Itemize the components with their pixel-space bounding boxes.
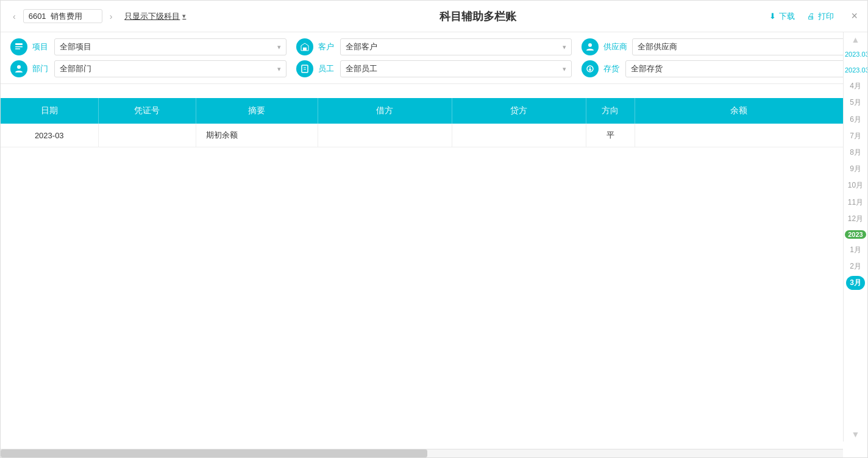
inventory-icon	[582, 60, 599, 77]
year-badge-container: 2023	[845, 229, 866, 240]
close-button[interactable]: ×	[851, 10, 858, 23]
data-table: 日期 凭证号 摘要 借方 贷方 方向 余额 2023-03 期初余额 平	[1, 98, 843, 147]
timeline-item-2[interactable]: 2月	[844, 258, 867, 275]
project-chevron: ▾	[277, 43, 281, 51]
top-bar: ‹ › 只显示下级科目 ▾ 科目辅助多栏账 ⬇ 下载 🖨 打印 ×	[1, 1, 867, 32]
inventory-select[interactable]: 全部存货 ▾	[625, 60, 858, 77]
filter-supplier: 供应商 全部供应商 ▾	[582, 38, 858, 55]
svg-rect-2	[15, 49, 20, 50]
employee-select[interactable]: 全部员工 ▾	[340, 60, 572, 77]
department-label: 部门	[32, 63, 49, 74]
department-value: 全部部门	[60, 63, 91, 74]
supplier-value: 全部供应商	[638, 41, 677, 52]
filter-department: 部门 全部部门 ▾	[10, 60, 286, 77]
project-icon	[10, 38, 27, 55]
svg-rect-1	[15, 46, 23, 48]
cell-direction: 平	[586, 124, 635, 147]
cell-summary: 期初余额	[196, 124, 318, 147]
inventory-label: 存货	[603, 63, 621, 74]
table-row: 2023-03 期初余额 平	[1, 124, 843, 147]
scroll-down-icon: ▼	[852, 429, 860, 439]
filter-project: 项目 全部项目 ▾	[10, 38, 286, 55]
nav-next-button[interactable]: ›	[107, 12, 115, 21]
main-window: ‹ › 只显示下级科目 ▾ 科目辅助多栏账 ⬇ 下载 🖨 打印 ×	[0, 0, 868, 458]
cell-credit	[452, 124, 586, 147]
timeline-scroll-down[interactable]: ▼	[844, 427, 867, 442]
employee-label: 员工	[318, 63, 335, 74]
page-title: 科目辅助多栏账	[186, 9, 769, 24]
timeline-item-7[interactable]: 7月	[844, 128, 867, 144]
timeline-panel: ▲ 2023.03 2023.03 4月 5月 6月 7月 8月 9月 10月 …	[843, 32, 867, 442]
download-button[interactable]: ⬇ 下载	[769, 11, 795, 22]
svg-rect-5	[302, 65, 308, 72]
supplier-label: 供应商	[603, 41, 627, 52]
svg-point-3	[588, 43, 592, 47]
inventory-value: 全部存货	[631, 63, 663, 74]
timeline-item-3-active[interactable]: 3月	[846, 276, 865, 290]
customer-select[interactable]: 全部客户 ▾	[340, 38, 572, 55]
table-body: 2023-03 期初余额 平	[1, 124, 843, 147]
timeline-item-11[interactable]: 11月	[844, 194, 867, 211]
col-balance: 余额	[635, 98, 843, 124]
print-label: 打印	[818, 11, 834, 22]
employee-value: 全部员工	[346, 63, 377, 74]
download-icon: ⬇	[769, 12, 776, 21]
cell-balance	[635, 124, 843, 147]
print-icon: 🖨	[807, 12, 815, 21]
col-voucher: 凭证号	[98, 98, 196, 124]
filter-bar: 项目 全部项目 ▾ 客户 全部客户 ▾	[1, 32, 867, 84]
timeline-item-2023-03-2[interactable]: 2023.03	[844, 63, 867, 79]
timeline-item-6[interactable]: 6月	[844, 111, 867, 128]
project-select[interactable]: 全部项目 ▾	[54, 38, 286, 55]
col-summary: 摘要	[196, 98, 318, 124]
department-icon	[10, 60, 27, 77]
svg-point-4	[17, 65, 21, 69]
supplier-select[interactable]: 全部供应商 ▾	[632, 38, 858, 55]
customer-chevron: ▾	[563, 43, 566, 51]
supplier-icon	[582, 38, 599, 55]
cell-debit	[318, 124, 452, 147]
employee-chevron: ▾	[563, 65, 566, 73]
col-credit: 贷方	[452, 98, 586, 124]
active-month-container: 3月	[846, 276, 865, 290]
download-label: 下载	[779, 11, 795, 22]
timeline-item-4[interactable]: 4月	[844, 78, 867, 94]
timeline-scroll-up[interactable]: ▲	[844, 32, 867, 47]
filter-employee: 员工 全部员工 ▾	[296, 60, 572, 77]
table-header: 日期 凭证号 摘要 借方 贷方 方向 余额	[1, 98, 843, 124]
timeline-item-8[interactable]: 8月	[844, 144, 867, 161]
customer-label: 客户	[318, 41, 335, 52]
employee-icon	[296, 60, 313, 77]
timeline-item-12[interactable]: 12月	[844, 211, 867, 227]
svg-rect-0	[15, 43, 23, 45]
department-select[interactable]: 全部部门 ▾	[54, 60, 286, 77]
timeline-item-5[interactable]: 5月	[844, 94, 867, 111]
scrollbar-thumb[interactable]	[1, 449, 427, 457]
account-code-box	[23, 9, 102, 23]
col-direction: 方向	[586, 98, 635, 124]
account-code-input[interactable]	[23, 9, 102, 23]
filter-inventory: 存货 全部存货 ▾	[582, 60, 858, 77]
filter-customer: 客户 全部客户 ▾	[296, 38, 572, 55]
timeline-item-2023-03-1[interactable]: 2023.03	[844, 47, 867, 63]
timeline-item-10[interactable]: 10月	[844, 177, 867, 194]
col-debit: 借方	[318, 98, 452, 124]
print-button[interactable]: 🖨 打印	[807, 11, 834, 22]
top-actions: ⬇ 下载 🖨 打印 ×	[769, 10, 858, 23]
department-chevron: ▾	[277, 65, 281, 73]
customer-value: 全部客户	[346, 41, 377, 52]
nav-prev-button[interactable]: ‹	[10, 12, 18, 21]
cell-date: 2023-03	[1, 124, 98, 147]
col-date: 日期	[1, 98, 98, 124]
timeline-item-9[interactable]: 9月	[844, 161, 867, 177]
scroll-up-icon: ▲	[852, 35, 860, 44]
timeline-item-1[interactable]: 1月	[844, 242, 867, 258]
cell-voucher	[98, 124, 196, 147]
only-show-label: 只显示下级科目	[124, 11, 180, 22]
only-show-select[interactable]: 只显示下级科目 ▾	[124, 11, 186, 22]
customer-icon	[296, 38, 313, 55]
bottom-scrollbar[interactable]	[1, 449, 843, 457]
year-badge: 2023	[845, 230, 866, 239]
project-label: 项目	[32, 41, 49, 52]
project-value: 全部项目	[60, 41, 91, 52]
